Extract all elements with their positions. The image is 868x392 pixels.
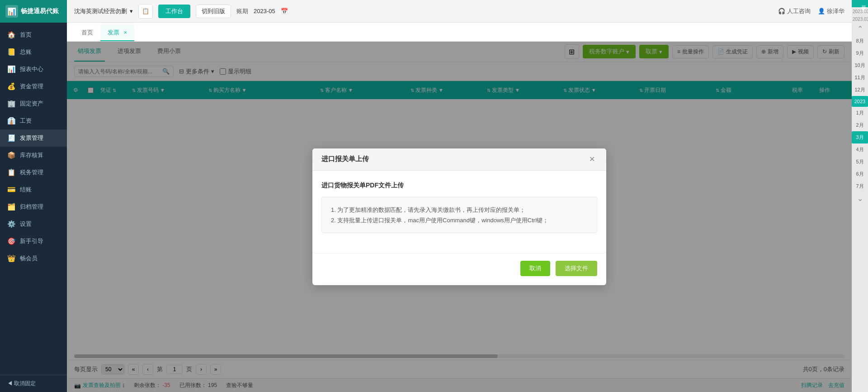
- collapse-sidebar-button[interactable]: ◀ 取消固定: [0, 375, 67, 392]
- sidebar-nav: 🏠 首页 📒 总账 📊 报表中心 💰 资金管理 🏢 固定资产 👔 工资 🧾 发票…: [0, 23, 67, 375]
- tax-icon: 📋: [7, 168, 15, 177]
- import-customs-modal: 进口报关单上传 ✕ 进口货物报关单PDF文件上传 1. 为了更加精准的数据匹配，…: [312, 148, 606, 286]
- home-icon: 🏠: [7, 31, 15, 39]
- tab-home[interactable]: 首页: [74, 25, 100, 41]
- sidebar-item-member[interactable]: 👑 畅会员: [0, 250, 67, 267]
- period-list: ⌃ 8月 9月 10月 11月 12月 2023 1月 2月 3月 4月 5月 …: [852, 23, 868, 392]
- open-date-label[interactable]: 开票日期: [852, 0, 868, 7]
- period-header1: 2023.03: [852, 7, 868, 16]
- period-year-2023[interactable]: 2023: [852, 96, 868, 107]
- company-name: 沈海英测试经营勿删: [74, 7, 127, 15]
- sidebar-item-label: 发票管理: [20, 134, 43, 142]
- company-info-button[interactable]: 📋: [138, 4, 153, 19]
- ledger-icon: 📒: [7, 48, 15, 56]
- topbar-right: 🎧 人工咨询 👤 徐泽华: [778, 7, 844, 15]
- sidebar-item-label: 总账: [20, 48, 32, 56]
- sidebar: 📊 畅捷通易代账 🏠 首页 📒 总账 📊 报表中心 💰 资金管理 🏢 固定资产 …: [0, 0, 67, 392]
- period-value: 2023-05: [254, 8, 275, 14]
- tab-close-button[interactable]: ×: [124, 29, 127, 36]
- sidebar-item-guide[interactable]: 🎯 新手引导: [0, 233, 67, 250]
- sidebar-item-assets[interactable]: 🏢 固定资产: [0, 95, 67, 112]
- sidebar-item-label: 设置: [20, 220, 32, 228]
- sidebar-item-label: 工资: [20, 117, 32, 125]
- modal-overlay: 进口报关单上传 ✕ 进口货物报关单PDF文件上传 1. 为了更加精准的数据匹配，…: [67, 42, 852, 392]
- finance-icon: 💰: [7, 82, 15, 91]
- sidebar-item-reports[interactable]: 📊 报表中心: [0, 61, 67, 78]
- calendar-icon[interactable]: 📅: [281, 8, 288, 14]
- company-dropdown-icon: ▾: [130, 8, 133, 14]
- sidebar-item-settings[interactable]: ⚙️ 设置: [0, 215, 67, 233]
- upload-notes: 1. 为了更加精准的数据匹配，请先录入海关缴款书，再上传对应的报关单； 2. 支…: [321, 197, 597, 234]
- settlement-icon: 💳: [7, 186, 15, 194]
- topbar: 沈海英测试经营勿删 ▾ 📋 工作台 切到旧版 账期 2023-05 📅 🎧 人工…: [67, 0, 852, 23]
- period-month-1[interactable]: 1月: [852, 107, 868, 119]
- sidebar-item-label: 首页: [20, 31, 32, 39]
- archive-icon: 🗂️: [7, 203, 15, 211]
- period-month-5[interactable]: 5月: [852, 156, 868, 168]
- modal-header: 进口报关单上传 ✕: [312, 148, 606, 171]
- reports-icon: 📊: [7, 65, 15, 73]
- assets-icon: 🏢: [7, 100, 15, 108]
- sidebar-item-home[interactable]: 🏠 首页: [0, 26, 67, 43]
- sidebar-item-finance[interactable]: 💰 资金管理: [0, 78, 67, 95]
- period-month-6[interactable]: 6月: [852, 168, 868, 180]
- scroll-down-button[interactable]: ⌄: [852, 192, 868, 205]
- sidebar-item-settlement[interactable]: 💳 结账: [0, 181, 67, 198]
- period-month-11[interactable]: 11月: [852, 72, 868, 84]
- right-panel: 开票日期 2023.03 2023.03 ⌃ 8月 9月 10月 11月 12月…: [852, 0, 868, 392]
- inventory-icon: 📦: [7, 151, 15, 159]
- guide-icon: 🎯: [7, 237, 15, 245]
- period-month-3[interactable]: 3月: [852, 131, 868, 143]
- tab-invoice: 发票 ×: [100, 25, 134, 41]
- period-month-9[interactable]: 9月: [852, 47, 868, 59]
- period-header2: 2023.03: [852, 16, 868, 23]
- upload-section-title: 进口货物报关单PDF文件上传: [321, 182, 597, 190]
- company-selector[interactable]: 沈海英测试经营勿删 ▾: [74, 7, 133, 15]
- logo-icon: 📊: [5, 5, 18, 18]
- period-month-8[interactable]: 8月: [852, 35, 868, 47]
- customer-service-button[interactable]: 🎧 人工咨询: [778, 7, 811, 15]
- scroll-up-button[interactable]: ⌃: [852, 23, 868, 35]
- sidebar-item-tax[interactable]: 📋 税务管理: [0, 164, 67, 181]
- sidebar-item-label: 新手引导: [20, 237, 43, 245]
- collapse-label: ◀ 取消固定: [7, 380, 36, 387]
- settings-icon: ⚙️: [7, 220, 15, 228]
- member-icon: 👑: [7, 254, 15, 263]
- workspace-button[interactable]: 工作台: [158, 5, 190, 18]
- sidebar-item-label: 固定资产: [20, 100, 43, 108]
- headset-icon: 🎧: [778, 8, 785, 14]
- sidebar-item-ledger[interactable]: 📒 总账: [0, 43, 67, 61]
- modal-select-file-button[interactable]: 选择文件: [556, 261, 597, 276]
- app-name: 畅捷通易代账: [21, 7, 59, 15]
- modal-close-button[interactable]: ✕: [586, 154, 597, 165]
- period-month-2[interactable]: 2月: [852, 119, 868, 131]
- modal-body: 进口货物报关单PDF文件上传 1. 为了更加精准的数据匹配，请先录入海关缴款书，…: [312, 171, 606, 253]
- username: 徐泽华: [827, 7, 844, 15]
- sidebar-item-label: 归档管理: [20, 203, 43, 211]
- sidebar-item-salary[interactable]: 👔 工资: [0, 112, 67, 129]
- period-month-12[interactable]: 12月: [852, 84, 868, 96]
- period-month-4[interactable]: 4月: [852, 143, 868, 156]
- period-month-7[interactable]: 7月: [852, 180, 868, 192]
- sidebar-item-archive[interactable]: 🗂️ 归档管理: [0, 198, 67, 215]
- period-label: 账期: [236, 7, 248, 15]
- sidebar-item-label: 资金管理: [20, 82, 43, 91]
- modal-cancel-button[interactable]: 取消: [520, 261, 550, 276]
- sidebar-item-inventory[interactable]: 📦 库存核算: [0, 147, 67, 164]
- modal-footer: 取消 选择文件: [312, 253, 606, 285]
- sidebar-item-label: 结账: [20, 186, 32, 194]
- main-area: 沈海英测试经营勿删 ▾ 📋 工作台 切到旧版 账期 2023-05 📅 🎧 人工…: [67, 0, 852, 392]
- modal-title: 进口报关单上传: [321, 155, 369, 163]
- sidebar-item-invoice[interactable]: 🧾 发票管理: [0, 129, 67, 147]
- breadcrumb-tabs: 首页 发票 ×: [67, 23, 852, 42]
- period-month-10[interactable]: 10月: [852, 59, 868, 72]
- upload-note-1: 1. 为了更加精准的数据匹配，请先录入海关缴款书，再上传对应的报关单；: [331, 205, 588, 215]
- sidebar-item-label: 库存核算: [20, 151, 43, 159]
- user-avatar-button[interactable]: 👤 徐泽华: [818, 7, 844, 15]
- sidebar-item-label: 报表中心: [20, 65, 43, 73]
- sidebar-item-label: 税务管理: [20, 168, 43, 177]
- old-version-button[interactable]: 切到旧版: [196, 5, 231, 18]
- upload-note-2: 2. 支持批量上传进口报关单，mac用户使用Command键，windows用户…: [331, 215, 588, 225]
- tab-invoice-label: 发票: [108, 29, 119, 36]
- salary-icon: 👔: [7, 117, 15, 125]
